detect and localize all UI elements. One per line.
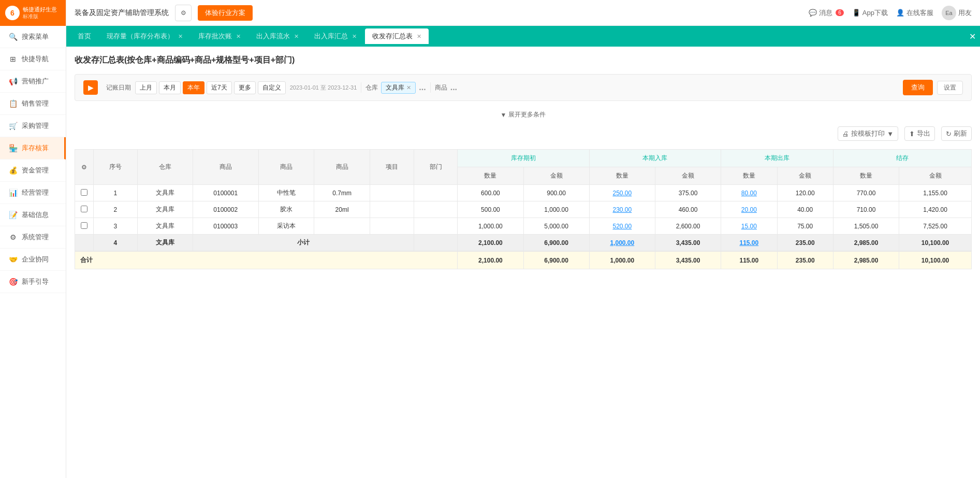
tab-1[interactable]: 现存量（库存分布表）✕ <box>99 28 190 44</box>
sidebar-item-0[interactable]: 🔍搜索菜单 <box>0 26 66 48</box>
row-1-in-qty[interactable]: 230.00 <box>589 201 655 218</box>
sidebar-icon-8: 📝 <box>8 210 18 220</box>
row-checkbox-0[interactable] <box>81 189 87 196</box>
row-checkbox-1[interactable] <box>81 206 87 212</box>
col-out-qty-header: 数量 <box>721 167 777 185</box>
tabbar-close-button[interactable]: ✕ <box>969 32 976 41</box>
col-dept-header: 部门 <box>414 150 458 185</box>
date-option-1[interactable]: 本月 <box>159 81 181 94</box>
topbar: 装备及固定资产辅助管理系统 ⚙ 体验行业方案 💬 消息 6 📱 App下载 👤 … <box>66 0 980 26</box>
subtotal-opening-amount: 6,900.00 <box>523 235 589 252</box>
row-1-in-amount: 460.00 <box>655 201 721 218</box>
date-option-2[interactable]: 本年 <box>183 81 204 94</box>
trial-button[interactable]: 体验行业方案 <box>198 5 253 21</box>
row-0-no: 1 <box>94 185 138 201</box>
tab-close-4[interactable]: ✕ <box>352 33 357 40</box>
row-1-goods-spec: 20ml <box>314 201 370 218</box>
tab-label-0: 首页 <box>78 32 91 41</box>
tab-close-1[interactable]: ✕ <box>178 33 183 40</box>
tab-close-2[interactable]: ✕ <box>236 33 241 40</box>
message-label: 消息 <box>819 8 832 18</box>
refresh-label: 刷新 <box>954 129 967 138</box>
subtotal-dept <box>414 235 458 252</box>
tab-close-3[interactable]: ✕ <box>294 33 299 40</box>
sidebar-item-6[interactable]: 💰资金管理 <box>0 160 66 182</box>
sidebar-item-3[interactable]: 📋销售管理 <box>0 93 66 115</box>
goods-more-button[interactable]: ... <box>450 83 457 92</box>
row-2-out-amount: 75.00 <box>777 218 833 235</box>
system-title: 装备及固定资产辅助管理系统 <box>75 8 169 18</box>
col-opening-group-header: 库存期初 <box>458 150 589 167</box>
row-2-in-qty[interactable]: 520.00 <box>589 218 655 235</box>
user-menu[interactable]: Ea 用友 <box>942 6 972 20</box>
avatar: Ea <box>942 6 956 20</box>
sidebar-item-7[interactable]: 📊经营管理 <box>0 182 66 204</box>
sidebar-item-2[interactable]: 📢营销推广 <box>0 70 66 93</box>
tab-3[interactable]: 出入库流水✕ <box>249 28 306 44</box>
sidebar-item-11[interactable]: 🎯新手引导 <box>0 271 66 293</box>
col-opening-amount-header: 金额 <box>523 167 589 185</box>
col-goods-code-header: 商品 <box>193 150 258 185</box>
col-no-header: 序号 <box>94 150 138 185</box>
footer-in-amount: 3,435.00 <box>655 251 721 269</box>
row-0-out-qty[interactable]: 80.00 <box>721 185 777 201</box>
warehouse-more-button[interactable]: ... <box>419 83 426 92</box>
topbar-left: 装备及固定资产辅助管理系统 ⚙ 体验行业方案 <box>75 5 253 21</box>
row-2-checkbox[interactable] <box>75 218 94 235</box>
date-option-0[interactable]: 上月 <box>135 81 157 94</box>
sidebar-item-1[interactable]: ⊞快捷导航 <box>0 48 66 70</box>
refresh-button[interactable]: ↻ 刷新 <box>941 126 972 141</box>
tab-close-5[interactable]: ✕ <box>417 33 421 40</box>
online-service-label: 在线客服 <box>906 8 933 18</box>
expand-row[interactable]: ▼ 展开更多条件 <box>75 107 972 122</box>
row-checkbox-2[interactable] <box>81 222 87 229</box>
online-service-button[interactable]: 👤 在线客服 <box>896 8 933 18</box>
col-in-qty-header: 数量 <box>589 167 655 185</box>
sidebar-item-5[interactable]: 🏪库存核算 <box>0 137 66 160</box>
sidebar-item-9[interactable]: ⚙系统管理 <box>0 226 66 249</box>
tab-2[interactable]: 库存批次账✕ <box>191 28 248 44</box>
date-option-4[interactable]: 更多 <box>234 81 256 94</box>
sidebar-item-4[interactable]: 🛒采购管理 <box>0 115 66 137</box>
warehouse-tag-close[interactable]: ✕ <box>406 84 411 91</box>
logo-sub: 标准版 <box>23 13 57 20</box>
filter-row: 记账日期 上月本月本年近7天更多自定义 2023-01-01 至 2023-12… <box>106 81 895 94</box>
message-button[interactable]: 💬 消息 6 <box>809 8 844 18</box>
col-balance-group-header: 结存 <box>833 150 971 167</box>
date-option-3[interactable]: 近7天 <box>207 81 232 94</box>
subtotal-out-qty[interactable]: 115.00 <box>721 235 777 252</box>
row-0-checkbox[interactable] <box>75 185 94 201</box>
row-2-goods-code: 0100003 <box>193 218 258 235</box>
warehouse-tag[interactable]: 文具库 ✕ <box>381 82 416 94</box>
tab-0[interactable]: 首页 <box>70 28 98 44</box>
col-warehouse-header: 仓库 <box>137 150 193 185</box>
row-1-checkbox[interactable] <box>75 201 94 218</box>
export-button[interactable]: ⬆ 导出 <box>904 126 935 141</box>
topbar-right: 💬 消息 6 📱 App下载 👤 在线客服 Ea 用友 <box>809 6 972 20</box>
col-settings-header[interactable]: ⚙ <box>75 150 94 185</box>
table-toolbar: 🖨 按模板打印 ▼ ⬆ 导出 ↻ 刷新 <box>75 122 972 145</box>
tab-4[interactable]: 出入库汇总✕ <box>307 28 364 44</box>
row-1-warehouse: 文具库 <box>137 201 193 218</box>
row-1-out-qty[interactable]: 20.00 <box>721 201 777 218</box>
data-table: ⚙ 序号 仓库 商品 商品 商品 项目 部门 库存期初 本期入库 本期出库 结存 <box>75 149 972 269</box>
sidebar-item-10[interactable]: 🤝企业协同 <box>0 249 66 271</box>
row-2-out-qty[interactable]: 15.00 <box>721 218 777 235</box>
date-option-5[interactable]: 自定义 <box>258 81 286 94</box>
filter-settings-button[interactable]: 设置 <box>937 81 963 95</box>
row-0-in-qty[interactable]: 250.00 <box>589 185 655 201</box>
tab-5[interactable]: 收发存汇总表✕ <box>365 28 429 44</box>
table-row: 3 文具库 0100003 采访本 1,000.00 5,000.00 520.… <box>75 218 972 235</box>
export-label: 导出 <box>917 129 930 138</box>
query-button[interactable]: 查询 <box>903 80 933 95</box>
export-icon: ⬆ <box>909 130 915 138</box>
sidebar-item-8[interactable]: 📝基础信息 <box>0 204 66 226</box>
warehouse-field: 仓库 文具库 ✕ ... <box>365 82 426 94</box>
settings-icon-button[interactable]: ⚙ <box>175 5 192 21</box>
print-button[interactable]: 🖨 按模板打印 ▼ <box>838 126 898 141</box>
app-download-button[interactable]: 📱 App下载 <box>852 8 888 18</box>
goods-label: 商品 <box>435 83 447 92</box>
row-0-opening-qty: 600.00 <box>458 185 523 201</box>
filter-toggle-button[interactable]: ▶ <box>83 80 98 95</box>
subtotal-in-qty[interactable]: 1,000.00 <box>589 235 655 252</box>
